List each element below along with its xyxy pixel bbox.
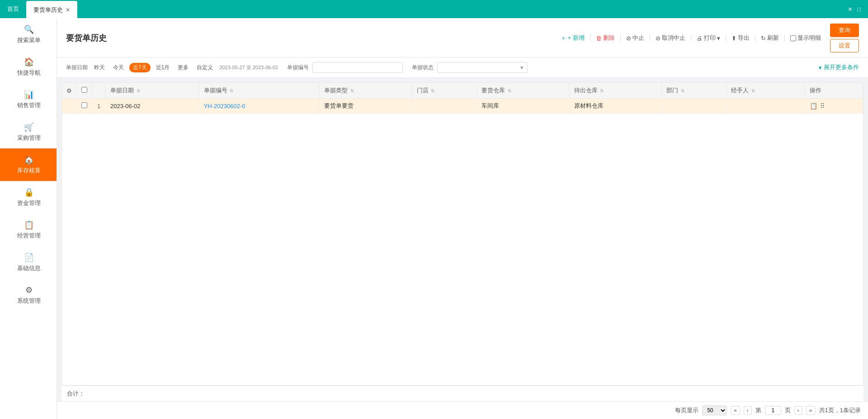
summary-label: 合计： — [67, 390, 85, 398]
query-button[interactable]: 查询 — [830, 24, 859, 37]
row-pending-warehouse: 原材料仓库 — [569, 99, 662, 114]
col-bill-date[interactable]: 单据日期 ⇅ — [106, 83, 199, 99]
row-edit-icon[interactable]: 📋 — [810, 102, 817, 110]
display-detail-button[interactable]: 显示明细 — [790, 34, 821, 42]
window-close-icon[interactable]: ✕ — [848, 6, 853, 13]
first-page-button[interactable]: « — [731, 406, 740, 415]
sidebar-item-search-menu[interactable]: 🔍 搜索菜单 — [0, 18, 57, 51]
row-bill-no: YH-20230602-0 — [199, 99, 319, 114]
add-button[interactable]: ＋ + 新增 — [561, 34, 585, 42]
stop-button[interactable]: ⊘ 中止 — [626, 34, 644, 42]
action-icons: 📋 ⠿ — [810, 102, 858, 110]
date-btn-today[interactable]: 今天 — [110, 63, 127, 72]
display-detail-checkbox[interactable] — [790, 35, 796, 41]
col-department[interactable]: 部门 ⇅ — [662, 83, 726, 99]
toolbar-divider-1 — [590, 35, 590, 41]
col-req-warehouse[interactable]: 要货仓库 ⇅ — [476, 83, 569, 99]
col-bill-no-label: 单据编号 — [204, 87, 227, 94]
col-bill-no[interactable]: 单据编号 ⇅ — [199, 83, 319, 99]
page-number-input[interactable] — [765, 406, 781, 415]
sort-bill-date-icon: ⇅ — [137, 88, 140, 93]
row-store — [412, 99, 476, 114]
purchase-mgmt-icon: 🛒 — [24, 122, 34, 132]
sidebar-item-purchase-mgmt-label: 采购管理 — [17, 134, 41, 142]
date-btn-custom[interactable]: 自定义 — [194, 63, 216, 72]
page-header: 要货单历史 ＋ + 新增 🗑 删除 ⊘ 中止 — [57, 18, 868, 57]
quick-nav-icon: 🏠 — [24, 57, 34, 67]
sidebar-item-basic-info-label: 基础信息 — [17, 264, 41, 272]
tab-home[interactable]: 首页 — [0, 0, 26, 18]
table-header-row: ⚙ 单据日期 ⇅ 单据编号 ⇅ — [62, 83, 863, 99]
tab-requisition-history[interactable]: 要货单历史 ✕ — [26, 1, 77, 19]
sidebar-item-quick-nav[interactable]: 🏠 快捷导航 — [0, 51, 57, 83]
date-btn-yesterday[interactable]: 昨天 — [91, 63, 108, 72]
col-handler[interactable]: 经手人 ⇅ — [726, 83, 805, 99]
sidebar-item-purchase-mgmt[interactable]: 🛒 采购管理 — [0, 116, 57, 148]
export-button[interactable]: ⬆ 导出 — [731, 34, 750, 42]
row-checkbox[interactable] — [81, 102, 87, 108]
top-bar: 首页 要货单历史 ✕ ✕ □ — [0, 0, 868, 18]
table-area: ⚙ 单据日期 ⇅ 单据编号 ⇅ — [61, 82, 863, 386]
print-label: 打印 — [704, 34, 716, 42]
close-tab-icon[interactable]: ✕ — [66, 7, 70, 13]
select-all-checkbox[interactable] — [81, 87, 87, 93]
last-page-button[interactable]: » — [806, 406, 816, 415]
sort-store-icon: ⇅ — [431, 88, 434, 93]
sidebar-item-finance-mgmt[interactable]: 🔒 资金管理 — [0, 181, 57, 214]
col-checkbox — [77, 83, 92, 99]
col-bill-type[interactable]: 单据类型 ⇅ — [320, 83, 412, 99]
date-filter-options: 昨天 今天 近7天 近1月 更多 自定义 — [91, 63, 216, 72]
bill-no-input[interactable] — [312, 62, 403, 73]
toolbar-divider-2 — [620, 35, 621, 41]
sort-req-warehouse-icon: ⇅ — [508, 88, 511, 93]
next-page-button[interactable]: › — [794, 406, 802, 415]
delete-icon: 🗑 — [596, 35, 602, 42]
prev-page-button[interactable]: ‹ — [744, 406, 752, 415]
print-button[interactable]: 🖨 打印 ▾ — [697, 34, 720, 42]
stop-icon: ⊘ — [626, 35, 631, 42]
expand-more-label: 展开更多条件 — [824, 63, 859, 71]
main-layout: 🔍 搜索菜单 🏠 快捷导航 📊 销售管理 🛒 采购管理 🏠 库存核算 🔒 资金管… — [0, 18, 868, 419]
col-store[interactable]: 门店 ⇅ — [412, 83, 476, 99]
filter-row: 单据日期 昨天 今天 近7天 近1月 更多 自定义 2023-05-27 至 2… — [66, 62, 859, 73]
sidebar-item-basic-info[interactable]: 📄 基础信息 — [0, 246, 57, 279]
top-bar-right: ✕ □ — [848, 6, 868, 13]
delete-button[interactable]: 🗑 删除 — [596, 34, 615, 42]
date-btn-1month[interactable]: 近1月 — [153, 63, 173, 72]
cancel-button[interactable]: ⊘ 取消中止 — [656, 34, 685, 42]
row-more-icon[interactable]: ⠿ — [820, 102, 825, 110]
settings-button[interactable]: 设置 — [830, 39, 859, 52]
col-pending-warehouse[interactable]: 待出仓库 ⇅ — [569, 83, 662, 99]
footer-summary-row: 合计： — [67, 390, 858, 398]
sidebar: 🔍 搜索菜单 🏠 快捷导航 📊 销售管理 🛒 采购管理 🏠 库存核算 🔒 资金管… — [0, 18, 57, 419]
col-req-warehouse-label: 要货仓库 — [481, 87, 505, 94]
bill-no-filter-group: 单据编号 — [287, 62, 403, 73]
row-checkbox-col — [77, 99, 92, 114]
date-btn-7days[interactable]: 近7天 — [129, 63, 151, 72]
col-department-label: 部门 — [666, 87, 678, 94]
finance-mgmt-icon: 🔒 — [24, 187, 34, 197]
tab-bar: 首页 要货单历史 ✕ — [0, 0, 848, 18]
col-settings[interactable]: ⚙ — [62, 83, 77, 99]
expand-more-btn[interactable]: ▾ 展开更多条件 — [819, 63, 859, 71]
bill-no-link[interactable]: YH-20230602-0 — [204, 103, 245, 110]
page-size-label: 每页显示 — [675, 406, 698, 414]
sort-bill-type-icon: ⇅ — [350, 88, 354, 93]
date-btn-more[interactable]: 更多 — [175, 63, 191, 72]
refresh-button[interactable]: ↻ 刷新 — [761, 34, 779, 42]
sidebar-item-search-menu-label: 搜索菜单 — [17, 36, 41, 44]
inventory-calc-icon: 🏠 — [24, 155, 34, 165]
window-maximize-icon[interactable]: □ — [857, 6, 861, 13]
tab-requisition-history-label: 要货单历史 — [33, 6, 63, 14]
sidebar-item-sales-mgmt[interactable]: 📊 销售管理 — [0, 83, 57, 116]
sidebar-item-system-mgmt[interactable]: ⚙ 系统管理 — [0, 279, 57, 311]
display-detail-label: 显示明细 — [797, 34, 821, 42]
toolbar-divider-3 — [650, 35, 650, 41]
toolbar: ＋ + 新增 🗑 删除 ⊘ 中止 ⊘ — [561, 24, 859, 52]
col-action-label: 操作 — [810, 87, 821, 94]
sidebar-item-operations-mgmt[interactable]: 📋 经营管理 — [0, 214, 57, 246]
sidebar-item-inventory-calc[interactable]: 🏠 库存核算 — [0, 148, 57, 181]
cancel-icon: ⊘ — [656, 35, 660, 42]
status-select[interactable] — [437, 62, 528, 73]
page-size-select[interactable]: 50 20 100 — [702, 405, 727, 415]
